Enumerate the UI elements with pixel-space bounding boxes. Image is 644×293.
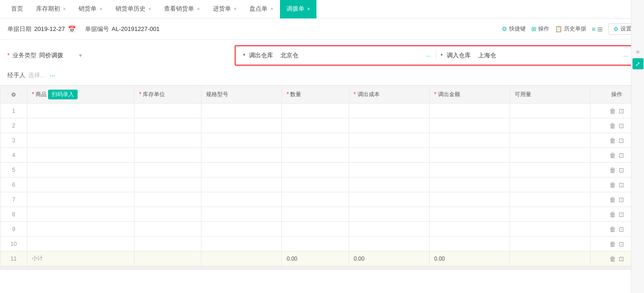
cell-cost[interactable] (349, 118, 429, 133)
cell-available[interactable] (510, 104, 590, 118)
cell-product[interactable] (27, 222, 134, 237)
copy-icon[interactable]: ⊡ (619, 107, 624, 115)
cell-product[interactable] (27, 177, 134, 192)
cell-qty[interactable] (282, 104, 349, 118)
cell-spec[interactable] (201, 177, 282, 192)
cell-amount[interactable] (429, 192, 510, 207)
delete-icon[interactable]: 🗑 (609, 226, 616, 233)
copy-icon[interactable]: ⊡ (619, 181, 624, 189)
cell-amount[interactable] (429, 104, 510, 118)
shortcut-key-button[interactable]: ⚙ 快捷键 (502, 25, 526, 33)
tab-purchase[interactable]: 进货单 × (207, 0, 243, 18)
cell-available[interactable] (510, 118, 590, 133)
business-type-value[interactable]: 同价调拨 (39, 51, 76, 60)
copy-icon[interactable]: ⊡ (619, 226, 624, 233)
cell-spec[interactable] (201, 148, 282, 163)
cell-amount[interactable] (429, 163, 510, 177)
cell-amount[interactable] (429, 148, 510, 163)
copy-icon[interactable]: ⊡ (619, 122, 624, 129)
delete-icon[interactable]: 🗑 (609, 122, 616, 129)
copy-icon[interactable]: ⊡ (619, 240, 624, 248)
tab-stock-init[interactable]: 库存期初 × (30, 0, 72, 18)
cell-spec[interactable] (201, 222, 282, 237)
delete-icon[interactable]: 🗑 (609, 107, 616, 115)
right-panel-list-icon[interactable]: ≡ (632, 46, 644, 57)
cell-cost[interactable] (349, 222, 429, 237)
cell-product[interactable] (27, 148, 134, 163)
cell-unit[interactable] (134, 104, 201, 118)
copy-icon[interactable]: ⊡ (619, 255, 624, 262)
cell-unit[interactable] (134, 222, 201, 237)
cell-spec[interactable] (201, 118, 282, 133)
col-settings-icon[interactable]: ⚙ (11, 92, 16, 98)
cell-available[interactable] (510, 148, 590, 163)
cell-unit[interactable] (134, 118, 201, 133)
cell-amount[interactable] (429, 237, 510, 251)
cell-qty[interactable] (282, 237, 349, 251)
history-bill-button[interactable]: 📋 历史单据 (555, 25, 586, 33)
cell-amount[interactable] (429, 118, 510, 133)
cell-qty[interactable] (282, 207, 349, 222)
cell-amount[interactable] (429, 133, 510, 148)
cell-unit[interactable] (134, 163, 201, 177)
cell-available[interactable] (510, 163, 590, 177)
warehouse-in-value[interactable]: 上海仓 (478, 51, 496, 60)
cell-cost[interactable] (349, 148, 429, 163)
cell-cost[interactable] (349, 192, 429, 207)
cell-qty[interactable] (282, 133, 349, 148)
cell-amount[interactable] (429, 207, 510, 222)
tab-purchase-close[interactable]: × (234, 6, 237, 12)
tab-view-sales-close[interactable]: × (197, 6, 200, 12)
business-type-dropdown-icon[interactable]: ▾ (79, 52, 82, 59)
scan-button[interactable]: 扫码录入 (48, 90, 78, 99)
cell-spec[interactable] (201, 237, 282, 251)
cell-product[interactable] (27, 133, 134, 148)
cell-cost[interactable] (349, 133, 429, 148)
copy-icon[interactable]: ⊡ (619, 211, 624, 218)
cell-product[interactable] (27, 192, 134, 207)
tab-home[interactable]: 首页 (5, 0, 30, 18)
cell-available[interactable] (510, 207, 590, 222)
tab-sales-close[interactable]: × (99, 6, 102, 12)
delete-icon[interactable]: 🗑 (609, 211, 616, 218)
delete-icon[interactable]: 🗑 (609, 255, 616, 262)
list-layout-icon[interactable]: ≡ (592, 25, 595, 33)
cell-spec[interactable] (201, 207, 282, 222)
warehouse-out-value[interactable]: 北京仓 (280, 51, 298, 60)
cell-unit[interactable] (134, 148, 201, 163)
cell-unit[interactable] (134, 192, 201, 207)
copy-icon[interactable]: ⊡ (619, 166, 624, 174)
operation-button[interactable]: ⊞ 操作 (531, 25, 549, 33)
cell-product[interactable] (27, 237, 134, 251)
cell-available[interactable] (510, 222, 590, 237)
tab-stock-init-close[interactable]: × (63, 6, 66, 12)
delete-icon[interactable]: 🗑 (609, 181, 616, 189)
cell-unit[interactable] (134, 177, 201, 192)
cell-product[interactable] (27, 104, 134, 118)
tab-transfer-close[interactable]: × (307, 6, 310, 12)
cell-available[interactable] (510, 177, 590, 192)
calendar-icon[interactable]: 📅 (68, 25, 76, 33)
delete-icon[interactable]: 🗑 (609, 137, 616, 144)
cell-cost[interactable] (349, 237, 429, 251)
cell-amount[interactable] (429, 177, 510, 192)
delete-icon[interactable]: 🗑 (609, 152, 616, 159)
warehouse-in-more-icon[interactable]: ··· (623, 52, 628, 59)
cell-spec[interactable] (201, 163, 282, 177)
cell-qty[interactable] (282, 192, 349, 207)
warehouse-out-more-icon[interactable]: ··· (426, 52, 431, 59)
cell-cost[interactable] (349, 177, 429, 192)
tab-transfer[interactable]: 调拨单 × (280, 0, 316, 18)
cell-cost[interactable] (349, 207, 429, 222)
tab-inventory-close[interactable]: × (270, 6, 273, 12)
tab-sales-history[interactable]: 销货单历史 × (109, 0, 158, 18)
cell-unit[interactable] (134, 237, 201, 251)
cell-cost[interactable] (349, 163, 429, 177)
cell-product[interactable] (27, 207, 134, 222)
cell-available[interactable] (510, 133, 590, 148)
cell-qty[interactable] (282, 222, 349, 237)
cell-qty[interactable] (282, 148, 349, 163)
cell-qty[interactable] (282, 163, 349, 177)
copy-icon[interactable]: ⊡ (619, 137, 624, 144)
cell-available[interactable] (510, 192, 590, 207)
